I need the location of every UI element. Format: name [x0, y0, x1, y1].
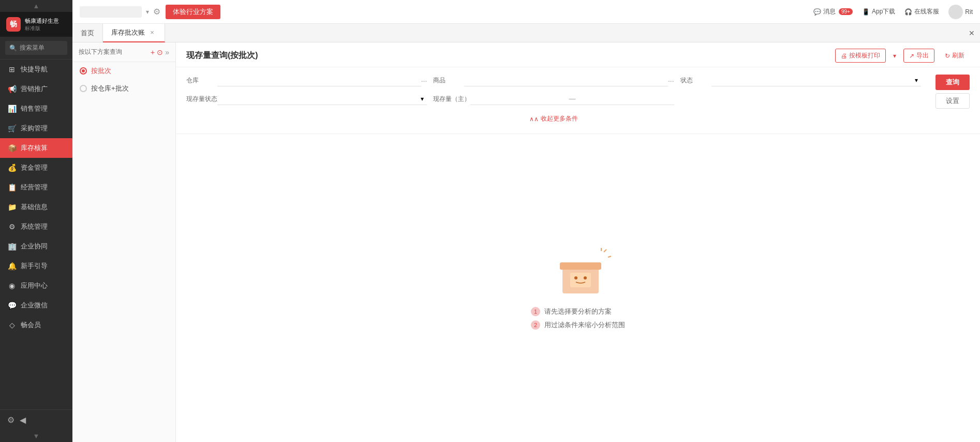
export-icon: ↗: [909, 52, 914, 60]
user-profile-button[interactable]: Rit: [948, 5, 973, 19]
sidebar-item-system[interactable]: ⚙ 系统管理: [0, 217, 72, 237]
inventory-qty-to-input[interactable]: [581, 95, 674, 102]
quick-nav-icon: ⊞: [7, 65, 17, 74]
sidebar-footer: ⚙ ◀: [0, 409, 72, 430]
print-dropdown-button[interactable]: ▾: [891, 50, 898, 62]
inventory-status-select[interactable]: ▾: [217, 93, 427, 105]
sidebar-scroll-down[interactable]: ▼: [0, 430, 72, 442]
company-name: 畅康通好生意 标准版: [25, 17, 59, 31]
corp-wechat-icon: 💬: [7, 301, 17, 310]
sidebar-item-operations[interactable]: 📋 经营管理: [0, 178, 72, 197]
filter-radio-by-warehouse-batch: [80, 85, 87, 92]
inventory-qty-from-input[interactable]: [470, 95, 563, 102]
message-icon: 💬: [813, 8, 821, 16]
collapse-up-icon: ∧∧: [529, 115, 539, 123]
sidebar-item-member[interactable]: ◇ 畅会员: [0, 315, 72, 335]
sidebar-item-sales[interactable]: 📊 销售管理: [0, 99, 72, 119]
sidebar-item-newbie[interactable]: 🔔 新手引导: [0, 256, 72, 276]
purchase-icon: 🛒: [7, 124, 17, 133]
status-select[interactable]: ▾: [711, 75, 921, 86]
online-service-button[interactable]: 🎧 在线客服: [904, 7, 939, 16]
refresh-button[interactable]: ↻ 刷新: [940, 49, 970, 62]
filter-panel: 按以下方案查询 + ⊙ » 按批次 按仓库+批次: [72, 42, 176, 442]
refresh-icon: ↻: [945, 52, 950, 60]
goods-more-button[interactable]: ···: [668, 77, 674, 85]
condition-row-1: 仓库 ··· 商品 ···: [186, 75, 921, 86]
topbar-dropdown-button[interactable]: ▾: [146, 8, 149, 16]
app-download-button[interactable]: 📱 App下载: [862, 7, 895, 16]
basic-info-icon: 📁: [7, 202, 17, 212]
tab-inventory-batch[interactable]: 库存批次账 ×: [103, 24, 165, 42]
trial-solution-button[interactable]: 体验行业方案: [166, 5, 220, 19]
tab-home[interactable]: 首页: [72, 24, 103, 42]
page-title: 现存量查询(按批次): [186, 50, 258, 61]
sidebar-item-inventory[interactable]: 📦 库存核算: [0, 138, 72, 158]
settings-button[interactable]: 设置: [936, 93, 970, 109]
filter-item-by-warehouse-batch[interactable]: 按仓库+批次: [72, 80, 175, 97]
svg-rect-1: [560, 262, 601, 270]
page-header: 现存量查询(按批次) 🖨 按模板打印 ▾ ↗ 导出 ↻ 刷新: [176, 42, 980, 67]
svg-rect-2: [570, 273, 591, 287]
settings-footer-icon[interactable]: ⚙: [7, 415, 14, 425]
scheme-settings-button[interactable]: ⊙: [157, 48, 163, 56]
sidebar-scroll-up[interactable]: ▲: [0, 0, 72, 12]
inventory-status-field: 现存量状态 ▾: [186, 93, 427, 105]
page-header-actions: 🖨 按模板打印 ▾ ↗ 导出 ↻ 刷新: [835, 49, 970, 63]
sidebar-item-purchase[interactable]: 🛒 采购管理: [0, 119, 72, 138]
topbar-search-input[interactable]: [80, 6, 142, 18]
svg-point-3: [574, 276, 577, 279]
print-icon: 🖨: [841, 52, 847, 60]
message-badge: 99+: [839, 8, 853, 15]
sidebar-item-basic-info[interactable]: 📁 基础信息: [0, 197, 72, 217]
close-all-tabs-button[interactable]: ✕: [969, 29, 975, 37]
filter-item-by-batch[interactable]: 按批次: [72, 62, 175, 80]
svg-line-7: [608, 256, 611, 257]
target-icon: ⊙: [157, 48, 163, 56]
warehouse-field: 仓库 ···: [186, 75, 427, 86]
export-button[interactable]: ↗ 导出: [903, 49, 934, 63]
topbar-left: ▾ ⚙: [80, 6, 160, 18]
warehouse-more-button[interactable]: ···: [421, 77, 427, 85]
sidebar-item-quick-nav[interactable]: ⊞ 快捷导航: [0, 60, 72, 79]
sidebar-item-finance[interactable]: 💰 资金管理: [0, 158, 72, 178]
warehouse-input-group: [217, 75, 421, 86]
filter-panel-icons: + ⊙ »: [151, 48, 169, 56]
collapse-conditions-button[interactable]: ∧∧ 收起更多条件: [186, 111, 921, 126]
user-avatar: [948, 5, 963, 19]
tabs-right-actions: ✕: [969, 29, 980, 37]
status-field: 状态 ▾: [680, 75, 921, 86]
page-area: 按以下方案查询 + ⊙ » 按批次 按仓库+批次: [72, 42, 980, 442]
warehouse-input[interactable]: [217, 77, 421, 84]
content-area: 现存量查询(按批次) 🖨 按模板打印 ▾ ↗ 导出 ↻ 刷新: [176, 42, 980, 442]
inventory-status-dropdown-icon: ▾: [421, 95, 424, 102]
tab-close-button[interactable]: ×: [148, 28, 156, 37]
collapse-filter-button[interactable]: »: [165, 48, 169, 56]
empty-hints: 1 请先选择要分析的方案 2 用过滤条件来缩小分析范围: [531, 307, 625, 330]
query-button[interactable]: 查询: [936, 75, 970, 90]
search-menu-button[interactable]: 🔍 搜索菜单: [5, 41, 67, 55]
phone-icon: 📱: [862, 8, 870, 16]
empty-state: 1 请先选择要分析的方案 2 用过滤条件来缩小分析范围: [176, 134, 980, 442]
condition-row-2: 现存量状态 ▾ 现存量（主） —: [186, 93, 921, 105]
sidebar-search-area: 🔍 搜索菜单: [0, 37, 72, 60]
goods-input[interactable]: [464, 77, 668, 84]
sidebar-item-app-center[interactable]: ◉ 应用中心: [0, 276, 72, 296]
sidebar-item-marketing[interactable]: 📢 营销推广: [0, 79, 72, 99]
filter-panel-header: 按以下方案查询 + ⊙ »: [72, 42, 175, 62]
print-button[interactable]: 🖨 按模板打印: [835, 49, 886, 63]
status-dropdown-icon: ▾: [915, 77, 918, 84]
sidebar-item-corp-wechat[interactable]: 💬 企业微信: [0, 296, 72, 315]
messages-button[interactable]: 💬 消息 99+: [813, 7, 853, 16]
tabs-bar: 首页 库存批次账 × ✕: [72, 24, 980, 42]
inventory-qty-field: 现存量（主） —: [433, 93, 674, 105]
enterprise-icon: 🏢: [7, 242, 17, 251]
collapse-sidebar-icon[interactable]: ◀: [20, 415, 26, 425]
finance-icon: 💰: [7, 163, 17, 172]
topbar-gear-icon[interactable]: ⚙: [153, 7, 160, 17]
svg-point-4: [584, 276, 587, 279]
filter-radio-by-batch: [80, 67, 87, 75]
app-center-icon: ◉: [7, 281, 17, 290]
topbar: ▾ ⚙ 体验行业方案 💬 消息 99+ 📱 App下载 🎧 在线客服 Rit: [72, 0, 980, 24]
add-scheme-button[interactable]: +: [151, 48, 155, 56]
sidebar-item-enterprise[interactable]: 🏢 企业协同: [0, 237, 72, 256]
